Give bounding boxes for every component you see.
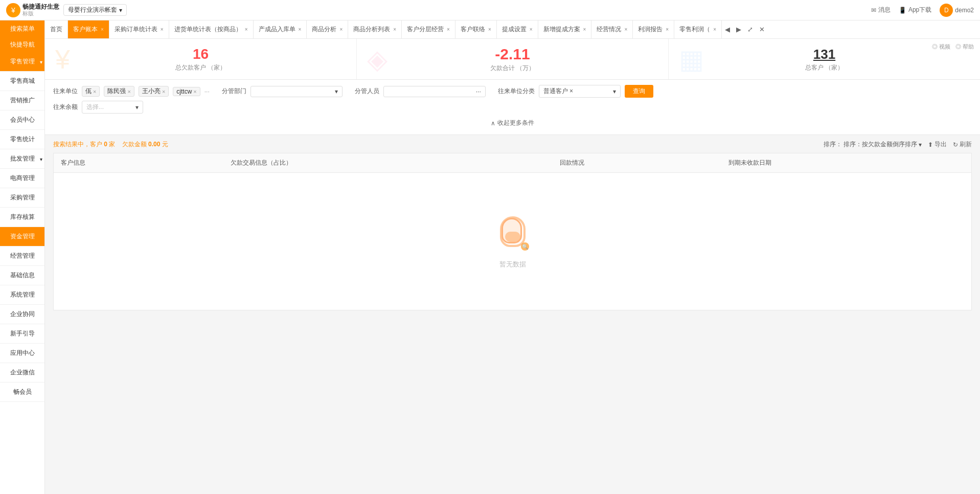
- sidebar-item-system[interactable]: 系统管理: [0, 285, 44, 305]
- message-icon: ✉: [871, 7, 876, 14]
- filter-person-label: 分管人员: [355, 87, 379, 96]
- tab-goods-analysis[interactable]: 商品分析 ×: [307, 20, 348, 38]
- sidebar-item-inventory[interactable]: 库存核算: [0, 208, 44, 227]
- tab-goods-stats[interactable]: 进货单统计表（按商品） ×: [169, 20, 254, 38]
- tab-close-icon[interactable]: ×: [161, 27, 164, 32]
- filter-dept-label: 分管部门: [222, 87, 246, 96]
- empty-illustration: 🔍: [492, 214, 533, 255]
- sidebar-item-retail-mall[interactable]: 零售商城: [0, 72, 44, 91]
- export-icon: ⬆: [928, 141, 933, 148]
- filter-balance-select[interactable]: 选择... ▾: [82, 101, 143, 114]
- sidebar-item-vip[interactable]: 畅会员: [0, 383, 44, 402]
- sidebar-item-marketing[interactable]: 营销推广: [0, 91, 44, 110]
- col-repayment: 回款情况: [553, 153, 721, 173]
- sidebar-item-finance[interactable]: 资金管理: [0, 227, 44, 246]
- query-button[interactable]: 查询: [625, 85, 653, 98]
- filter-tag-close-1[interactable]: ×: [93, 88, 96, 95]
- sidebar-item-enterprise[interactable]: 企业协同: [0, 305, 44, 324]
- messages-btn[interactable]: ✉ 消息: [871, 6, 891, 14]
- tab-business-status[interactable]: 经营情况 ×: [591, 20, 633, 38]
- refresh-btn[interactable]: ↻ 刷新: [953, 140, 972, 149]
- help-link[interactable]: ◎ 帮助: [955, 43, 974, 51]
- tab-customer-layer[interactable]: 客户分层经营 ×: [402, 20, 455, 38]
- tab-close-icon[interactable]: ×: [339, 27, 343, 32]
- tab-nav-prev[interactable]: ◀: [722, 20, 733, 38]
- sidebar-item-appcenter[interactable]: 应用中心: [0, 344, 44, 363]
- video-link[interactable]: ◎ 视频: [932, 43, 950, 51]
- logo-icon: ¥: [6, 3, 20, 17]
- tab-customer-ledger[interactable]: 客户账本 ×: [68, 20, 109, 38]
- sidebar-item-basic[interactable]: 基础信息: [0, 266, 44, 285]
- table-toolbar: 搜索结果中，客户 0 家 欠款金额 0.00 元 排序： 排序：按欠款金额倒序排…: [53, 140, 972, 149]
- filter-more-btn[interactable]: ···: [204, 88, 210, 95]
- app-download-btn[interactable]: 📱 App下载: [899, 6, 931, 14]
- tab-product-inbound[interactable]: 产成品入库单 ×: [254, 20, 307, 38]
- filter-category-select[interactable]: 普通客户 × ▾: [539, 85, 621, 98]
- filter-tag-close-3[interactable]: ×: [162, 88, 165, 95]
- sort-select[interactable]: 排序： 排序：按欠款金额倒序排序 ▾: [824, 140, 922, 149]
- main-layout: 搜索菜单 快捷导航 零售管理 ▾ 零售商城 营销推广 会员中心 零售统计 批发管…: [0, 20, 980, 494]
- filter-dept-select[interactable]: ▾: [250, 86, 343, 97]
- user-menu[interactable]: D demo2: [940, 4, 974, 17]
- chevron-down-icon: ▾: [919, 141, 922, 148]
- tab-close-icon[interactable]: ×: [447, 27, 450, 32]
- tab-maximize[interactable]: ⤢: [744, 20, 756, 38]
- tab-close-icon[interactable]: ×: [488, 27, 491, 32]
- col-debt: 欠款交易信息（占比）: [223, 153, 553, 173]
- stat-debt-customers-label: 总欠款客户 （家）: [175, 63, 226, 72]
- download-icon: 📱: [899, 7, 906, 14]
- tab-close-icon[interactable]: ×: [393, 27, 396, 32]
- tab-close-icon[interactable]: ×: [101, 27, 104, 32]
- tab-close-icon[interactable]: ×: [624, 27, 627, 32]
- sidebar-nav[interactable]: 快捷导航: [0, 37, 44, 52]
- tab-goods-analysis-list[interactable]: 商品分析列表 ×: [348, 20, 402, 38]
- account-selector[interactable]: 母婴行业演示帐套 ▾: [63, 4, 127, 16]
- tab-nav-next[interactable]: ▶: [733, 20, 744, 38]
- empty-state: 🔍 暂无数据: [54, 173, 971, 310]
- tab-close-icon[interactable]: ×: [583, 27, 586, 32]
- stat-bg-icon-2: ◈: [367, 44, 388, 75]
- stats-bar: ¥ 16 总欠款客户 （家） ◈ -2.11 欠款合计 （万）: [45, 39, 980, 80]
- filter-tag-close-2[interactable]: ×: [127, 88, 130, 95]
- sidebar-item-wecom[interactable]: 企业微信: [0, 363, 44, 383]
- header-right: ✉ 消息 📱 App下载 D demo2: [871, 4, 974, 17]
- tab-close-icon[interactable]: ×: [299, 27, 302, 32]
- brand-name: 畅捷通好生意: [22, 3, 59, 10]
- tab-purchase-order-stats[interactable]: 采购订单统计表 ×: [109, 20, 169, 38]
- sidebar-item-purchase[interactable]: 采购管理: [0, 188, 44, 208]
- filter-person-select[interactable]: ···: [383, 86, 486, 97]
- tab-close-icon[interactable]: ×: [245, 27, 248, 32]
- tab-close-icon[interactable]: ×: [530, 27, 533, 32]
- export-btn[interactable]: ⬆ 导出: [928, 140, 947, 149]
- tab-close-icon[interactable]: ×: [666, 27, 669, 32]
- empty-text: 暂无数据: [499, 260, 526, 269]
- tab-commission-settings[interactable]: 提成设置 ×: [497, 20, 538, 38]
- tab-close-all[interactable]: ✕: [756, 20, 768, 38]
- filter-category-label: 往来单位分类: [498, 87, 535, 96]
- sidebar-item-newbie[interactable]: 新手引导: [0, 324, 44, 344]
- page-content: ¥ 16 总欠款客户 （家） ◈ -2.11 欠款合计 （万）: [45, 39, 980, 494]
- sidebar-item-retail-mgmt[interactable]: 零售管理 ▾: [0, 52, 44, 72]
- sidebar: 搜索菜单 快捷导航 零售管理 ▾ 零售商城 营销推广 会员中心 零售统计 批发管…: [0, 20, 45, 494]
- stat-debt-amount-number: -2.11: [495, 46, 530, 63]
- table-actions: 排序： 排序：按欠款金额倒序排序 ▾ ⬆ 导出 ↻ 刷新: [824, 140, 972, 149]
- tab-profit-report[interactable]: 利润报告 ×: [633, 20, 674, 38]
- chevron-down-icon: ▾: [135, 104, 139, 111]
- filter-tag-3: 王小亮 ×: [139, 86, 169, 97]
- tab-customer-contact[interactable]: 客户联络 ×: [455, 20, 497, 38]
- tab-home[interactable]: 首页: [45, 20, 68, 38]
- sidebar-item-member[interactable]: 会员中心: [0, 110, 44, 130]
- tab-retail-profit[interactable]: 零售利润（ ×: [674, 20, 722, 38]
- help-links: ◎ 视频 ◎ 帮助: [932, 43, 974, 51]
- table-summary: 搜索结果中，客户 0 家 欠款金额 0.00 元: [53, 140, 168, 149]
- sidebar-item-wholesale[interactable]: 批发管理 ▾: [0, 149, 44, 169]
- sidebar-item-retail-stats[interactable]: 零售统计: [0, 130, 44, 149]
- filter-collapse-btn[interactable]: ∧ 收起更多条件: [53, 117, 972, 129]
- tab-close-icon[interactable]: ×: [713, 27, 716, 32]
- sidebar-item-operation[interactable]: 经营管理: [0, 246, 44, 266]
- tab-add-commission[interactable]: 新增提成方案 ×: [538, 20, 592, 38]
- filter-row-1: 往来单位 佤 × 陈民强 × 王小亮 × cjttcw: [53, 85, 972, 98]
- sidebar-item-ecommerce[interactable]: 电商管理: [0, 169, 44, 188]
- filter-tag-close-4[interactable]: ×: [193, 88, 196, 95]
- sidebar-search[interactable]: 搜索菜单: [0, 20, 44, 37]
